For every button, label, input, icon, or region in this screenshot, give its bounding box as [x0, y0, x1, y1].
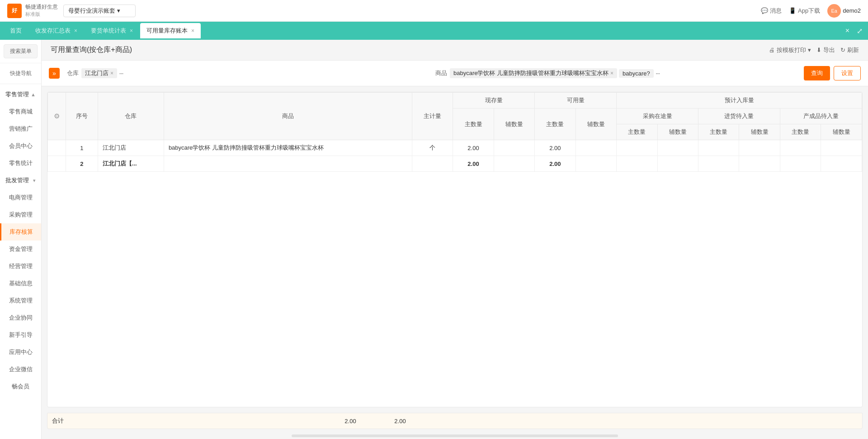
tab-available-stock-close[interactable]: × [191, 28, 194, 34]
product-tag-label: babycare学饮杯 儿童防摔防撞吸管杯重力球吸嘴杯宝宝水杯 [453, 69, 609, 77]
message-action[interactable]: 💬 消息 [761, 7, 782, 15]
sidebar-item-basics-label: 基础信息 [9, 280, 33, 287]
sidebar-item-operations[interactable]: 经营管理 [0, 258, 41, 275]
export-icon: ⬇ [816, 47, 821, 53]
tab-available-stock[interactable]: 可用量库存账本 × [140, 23, 201, 38]
th-available-main-qty: 主数量 [535, 109, 576, 140]
sidebar-group-retail-label: 零售管理 [5, 90, 29, 99]
logo-icon: 好 [7, 4, 22, 18]
sidebar-item-wechat[interactable]: 企业微信 [0, 361, 41, 378]
user-area[interactable]: Ea demo2 [827, 4, 861, 18]
filter-expand-btn[interactable]: » [49, 68, 60, 79]
tab-home-label: 首页 [10, 27, 22, 35]
sidebar-item-ecommerce[interactable]: 电商管理 [0, 189, 41, 206]
page-title: 可用量查询(按仓库+商品) [51, 45, 132, 55]
sidebar-item-newbie[interactable]: 新手引导 [0, 326, 41, 344]
sidebar-item-member[interactable]: 畅会员 [0, 378, 41, 395]
cell-unit-2 [412, 156, 453, 172]
refresh-btn[interactable]: ↻ 刷新 [840, 46, 859, 54]
tab-bar-right: × ⤢ [844, 26, 864, 36]
sidebar-group-retail: 零售管理 ▲ 零售商城 营销推广 会员中心 零售统计 [0, 86, 41, 172]
settings-btn[interactable]: 设置 [834, 66, 861, 80]
sidebar-item-retail-stats[interactable]: 零售统计 [0, 155, 41, 172]
export-btn[interactable]: ⬇ 导出 [816, 46, 835, 54]
sidebar-item-newbie-label: 新手引导 [9, 331, 33, 338]
quick-nav-button[interactable]: 快捷导航 [2, 67, 39, 80]
print-chevron-icon: ▾ [808, 47, 811, 53]
content-area: 可用量查询(按仓库+商品) 🖨 按模板打印 ▾ ⬇ 导出 ↻ 刷新 [42, 40, 868, 439]
th-production-main: 主数量 [780, 124, 821, 140]
logo-text-area: 畅捷通好生意 标准版 [25, 4, 58, 18]
logo-area: 好 畅捷通好生意 标准版 [7, 4, 58, 18]
tab-bar: 首页 收发存汇总表 × 要货单统计表 × 可用量库存账本 × × ⤢ [0, 22, 868, 40]
sidebar-item-retail-shop[interactable]: 零售商城 [0, 103, 41, 120]
sidebar-item-ecommerce-label: 电商管理 [9, 194, 33, 201]
cell-product-1: babycare学饮杯 儿童防摔防撞吸管杯重力球吸嘴杯宝宝水杯 [164, 140, 412, 156]
table-row: 2 江北门店【... 2.00 2.00 [48, 156, 862, 172]
tab-receive-summary-label: 收发存汇总表 [35, 27, 71, 35]
th-forecast-in: 预计入库量 [617, 93, 862, 109]
refresh-icon: ↻ [840, 47, 845, 53]
warehouse-tag-close[interactable]: × [110, 70, 113, 76]
app-icon: 📱 [789, 7, 796, 14]
sidebar-item-member-center[interactable]: 会员中心 [0, 137, 41, 155]
tab-receive-summary-close[interactable]: × [74, 28, 77, 34]
cell-product-2 [164, 156, 412, 172]
filter-warehouse-group: 仓库 江北门店 × ··· [67, 68, 428, 78]
sidebar-item-system-label: 系统管理 [9, 297, 33, 304]
gear-icon[interactable]: ⚙ [54, 112, 60, 120]
tab-close-all-btn[interactable]: × [844, 26, 851, 36]
avatar: Ea [827, 4, 841, 18]
sidebar-item-enterprise[interactable]: 企业协同 [0, 309, 41, 326]
sidebar-item-purchase[interactable]: 采购管理 [0, 206, 41, 223]
tab-fullscreen-btn[interactable]: ⤢ [855, 26, 864, 36]
industry-selector[interactable]: 母婴行业演示账套 ▾ [63, 5, 136, 17]
sidebar-item-finance-label: 资金管理 [9, 245, 33, 252]
product-more[interactable]: ··· [656, 69, 660, 78]
refresh-label: 刷新 [847, 46, 859, 54]
product-tag-close[interactable]: × [610, 70, 613, 76]
export-label: 导出 [823, 46, 835, 54]
sidebar-item-stock-label: 库存核算 [9, 228, 33, 235]
th-current-stock: 现存量 [453, 93, 535, 109]
cell-arrival-main-2 [698, 156, 739, 172]
search-menu-button[interactable]: 搜索菜单 [4, 44, 38, 58]
sidebar-item-member-label: 畅会员 [12, 383, 29, 390]
sidebar-item-stock[interactable]: 库存核算 [0, 223, 41, 241]
cell-production-main-1 [780, 140, 821, 156]
sidebar-item-basics[interactable]: 基础信息 [0, 275, 41, 292]
tab-order-stats-close[interactable]: × [130, 28, 133, 34]
cell-purchase-aux-1 [657, 140, 698, 156]
th-purchase-main: 主数量 [617, 124, 657, 140]
tab-order-stats[interactable]: 要货单统计表 × [85, 23, 139, 38]
query-btn[interactable]: 查询 [804, 66, 830, 80]
sidebar-section: 零售管理 ▲ 零售商城 营销推广 会员中心 零售统计 批发管理 [0, 84, 41, 397]
sidebar-item-app-center[interactable]: 应用中心 [0, 344, 41, 361]
sidebar-item-finance[interactable]: 资金管理 [0, 241, 41, 258]
sidebar-nav-area: 快捷导航 [0, 63, 41, 84]
sidebar-item-retail-promo[interactable]: 营销推广 [0, 120, 41, 137]
sidebar-group-retail-header[interactable]: 零售管理 ▲ [0, 86, 41, 103]
cell-production-main-2 [780, 156, 821, 172]
table-row: 1 江北门店 babycare学饮杯 儿童防摔防撞吸管杯重力球吸嘴杯宝宝水杯 个… [48, 140, 862, 156]
print-template-btn[interactable]: 🖨 按模板打印 ▾ [769, 46, 811, 54]
cell-arrival-aux-2 [739, 156, 780, 172]
warehouse-more[interactable]: ··· [119, 69, 123, 78]
sidebar-group-wholesale-header[interactable]: 批发管理 ▾ [0, 172, 41, 189]
top-bar-right: 💬 消息 📱 App下载 Ea demo2 [761, 4, 861, 18]
cell-current-aux-2 [494, 156, 534, 172]
th-arrival-main: 主数量 [698, 124, 739, 140]
cell-seq-1: 1 [66, 140, 98, 156]
cell-gear-1 [48, 140, 66, 156]
table-footer: 合计 2.00 2.00 [47, 413, 863, 429]
tab-receive-summary[interactable]: 收发存汇总表 × [29, 23, 84, 38]
sidebar-group-wholesale-label: 批发管理 [5, 176, 29, 184]
sidebar-item-retail-stats-label: 零售统计 [9, 160, 33, 166]
horizontal-scrollbar[interactable] [292, 434, 618, 437]
cell-production-aux-1 [821, 140, 862, 156]
app-download-action[interactable]: 📱 App下载 [789, 7, 820, 15]
page-actions: 🖨 按模板打印 ▾ ⬇ 导出 ↻ 刷新 [769, 46, 859, 54]
cell-arrival-main-1 [698, 140, 739, 156]
sidebar-item-system[interactable]: 系统管理 [0, 292, 41, 309]
tab-home[interactable]: 首页 [4, 23, 28, 38]
